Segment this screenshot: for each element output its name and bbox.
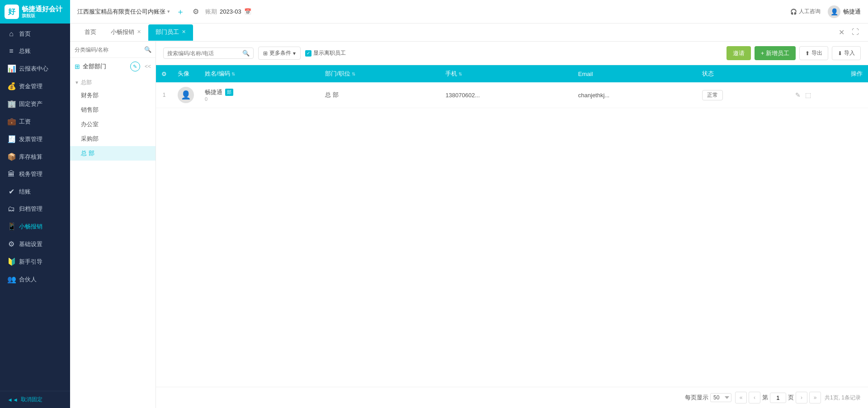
sidebar: 好 畅捷通好会计 旗舰版 ⌂ 首页 ≡ 总账 📊 云报表中心 💰 资金管理 🏢 …	[0, 0, 70, 408]
sidebar-item-new-guide[interactable]: 🔰 新手引导	[0, 253, 70, 270]
user-menu[interactable]: 👤 畅捷通	[828, 5, 861, 18]
status-badge: 正常	[702, 90, 723, 100]
col-email: Email	[573, 65, 697, 82]
settings-icon: ⚙	[7, 240, 15, 248]
customer-service-button[interactable]: 🎧 人工咨询	[790, 8, 821, 15]
main-area: 江西服宝精品有限责任公司内账张 ▾ ＋ ⚙ 账期 2023-03 📅 🎧 人工咨…	[70, 0, 868, 408]
sidebar-item-home[interactable]: ⌂ 首页	[0, 25, 70, 43]
dept-collapse-button[interactable]: <<	[145, 63, 151, 70]
tab-xiaochang[interactable]: 小畅报销 ✕	[104, 24, 148, 41]
dept-search-bar: 🔍	[70, 42, 156, 58]
import-button[interactable]: ⬇ 导入	[832, 46, 861, 60]
edit-employee-button[interactable]: ✎	[795, 91, 801, 99]
dept-item-xiaoshou[interactable]: 销售部	[70, 103, 156, 117]
unpin-icon: ◄◄	[7, 397, 18, 403]
more-filter-button[interactable]: ⊞ 更多条件 ▾	[258, 47, 301, 60]
sidebar-item-invoice[interactable]: 🧾 发票管理	[0, 130, 70, 148]
expand-icon: ▼	[75, 80, 79, 85]
logo-icon: 好	[5, 5, 19, 19]
tab-xiaochang-close[interactable]: ✕	[137, 29, 141, 35]
calendar-icon: 📅	[244, 8, 251, 15]
col-mobile[interactable]: 手机 ⇅	[440, 65, 572, 82]
sort-dept-icon: ⇅	[352, 71, 355, 76]
employee-toolbar: 🔍 ⊞ 更多条件 ▾ ✓ 显示离职员工 邀请 + 新增员工 ⬆ 导出	[156, 42, 868, 65]
import-icon: ⬇	[838, 50, 842, 57]
dept-edit-button[interactable]: ✎	[130, 62, 140, 71]
show-resigned-checkbox-label[interactable]: ✓ 显示离职员工	[305, 49, 346, 57]
home-icon: ⌂	[7, 30, 15, 38]
expand-tab-button[interactable]: ⛶	[850, 27, 861, 38]
tab-dept-employee-close[interactable]: ✕	[182, 29, 186, 35]
filter-dropdown-arrow: ▾	[293, 50, 296, 57]
dept-item-caigou[interactable]: 采购部	[70, 132, 156, 146]
close-tab-button[interactable]: ✕	[837, 27, 846, 38]
dept-item-bangong[interactable]: 办公室	[70, 117, 156, 132]
company-dropdown-arrow: ▾	[167, 9, 170, 14]
show-resigned-checkbox[interactable]: ✓	[305, 50, 311, 57]
settlement-icon: ✔	[7, 187, 15, 196]
dept-tree: ▼ 总部 财务部 销售部 办公室 采购部 总 部	[70, 75, 156, 162]
tabs-bar: 首页 小畅报销 ✕ 部门员工 ✕ ✕ ⛶	[70, 24, 868, 42]
sidebar-item-fixed-assets[interactable]: 🏢 固定资产	[0, 95, 70, 113]
page-nav: « ‹ 第 页 › »	[735, 392, 821, 403]
table-settings-col[interactable]: ⚙	[156, 65, 172, 82]
topbar: 江西服宝精品有限责任公司内账张 ▾ ＋ ⚙ 账期 2023-03 📅 🎧 人工咨…	[70, 0, 868, 24]
headset-icon: 🎧	[790, 9, 797, 15]
sidebar-item-archive[interactable]: 🗂 归档管理	[0, 200, 70, 218]
sidebar-item-settlement[interactable]: ✔ 结账	[0, 183, 70, 200]
sidebar-item-partner[interactable]: 👥 合伙人	[0, 270, 70, 288]
dept-search-input[interactable]	[75, 47, 142, 53]
reports-icon: 📊	[7, 64, 15, 73]
tax-icon: 🏛	[7, 170, 15, 178]
export-icon: ⬆	[805, 50, 810, 57]
per-page-select[interactable]: 50 100 200	[710, 393, 731, 402]
assets-icon: 🏢	[7, 100, 15, 108]
dept-item-caiwu[interactable]: 财务部	[70, 88, 156, 103]
sidebar-item-general-ledger[interactable]: ≡ 总账	[0, 43, 70, 60]
sidebar-item-reports[interactable]: 📊 云报表中心	[0, 60, 70, 77]
period-selector[interactable]: 账期 2023-03 📅	[205, 8, 251, 16]
right-panel: 🔍 ⊞ 更多条件 ▾ ✓ 显示离职员工 邀请 + 新增员工 ⬆ 导出	[156, 42, 868, 408]
last-page-button[interactable]: »	[809, 392, 821, 403]
sidebar-item-funds[interactable]: 💰 资金管理	[0, 77, 70, 95]
add-employee-button[interactable]: + 新增员工	[755, 46, 796, 60]
export-button[interactable]: ⬆ 导出	[799, 46, 828, 60]
next-page-button[interactable]: ›	[796, 392, 807, 403]
unpin-sidebar-button[interactable]: ◄◄ 取消固定	[0, 391, 70, 408]
tab-home[interactable]: 首页	[77, 24, 104, 41]
col-dept-position[interactable]: 部门/职位 ⇅	[320, 65, 440, 82]
add-account-button[interactable]: ＋	[175, 6, 186, 17]
col-actions: 操作	[790, 65, 868, 82]
avatar: 👤	[828, 5, 840, 18]
delete-employee-button[interactable]: ⬚	[805, 91, 811, 99]
sidebar-item-salary[interactable]: 💼 工资	[0, 113, 70, 130]
guide-icon: 🔰	[7, 257, 15, 266]
dept-item-zongbu[interactable]: 总 部	[70, 146, 156, 161]
sort-mobile-icon: ⇅	[458, 71, 462, 76]
prev-page-button[interactable]: ‹	[749, 392, 760, 403]
employee-search-input[interactable]	[167, 50, 240, 57]
sidebar-item-tax[interactable]: 🏛 税务管理	[0, 166, 70, 183]
page-number-input[interactable]	[770, 393, 786, 403]
col-avatar: 头像	[172, 65, 199, 82]
filter-icon: ⊞	[263, 50, 268, 57]
employee-search-icon[interactable]: 🔍	[242, 50, 250, 57]
cell-actions: ✎ ⬚	[790, 82, 868, 108]
company-selector[interactable]: 江西服宝精品有限责任公司内账张 ▾	[77, 8, 170, 16]
topbar-settings-icon[interactable]: ⚙	[191, 7, 201, 16]
sidebar-item-inventory[interactable]: 📦 库存核算	[0, 148, 70, 166]
dept-search-icon[interactable]: 🔍	[144, 46, 151, 53]
department-panel: 🔍 ⊞ 全部部门 ✎ << ▼ 总部 财务部 销售部	[70, 42, 156, 408]
first-page-button[interactable]: «	[735, 392, 747, 403]
cell-mobile: 138070602...	[440, 82, 572, 108]
sidebar-item-basic-settings[interactable]: ⚙ 基础设置	[0, 235, 70, 253]
tab-dept-employee[interactable]: 部门员工 ✕	[148, 24, 193, 41]
topbar-right: 🎧 人工咨询 👤 畅捷通	[790, 5, 861, 18]
col-name-code[interactable]: 姓名/编码 ⇅	[199, 65, 320, 82]
sidebar-item-xiaochang[interactable]: 📱 小畅报销	[0, 218, 70, 235]
per-page-selector: 每页显示 50 100 200	[685, 393, 731, 402]
invite-button[interactable]: 邀请	[726, 46, 751, 60]
employee-table: ⚙ 头像 姓名/编码 ⇅	[156, 65, 868, 108]
all-dept-header[interactable]: ⊞ 全部部门 ✎ <<	[70, 58, 156, 75]
logo-text: 畅捷通好会计 旗舰版	[22, 5, 62, 19]
